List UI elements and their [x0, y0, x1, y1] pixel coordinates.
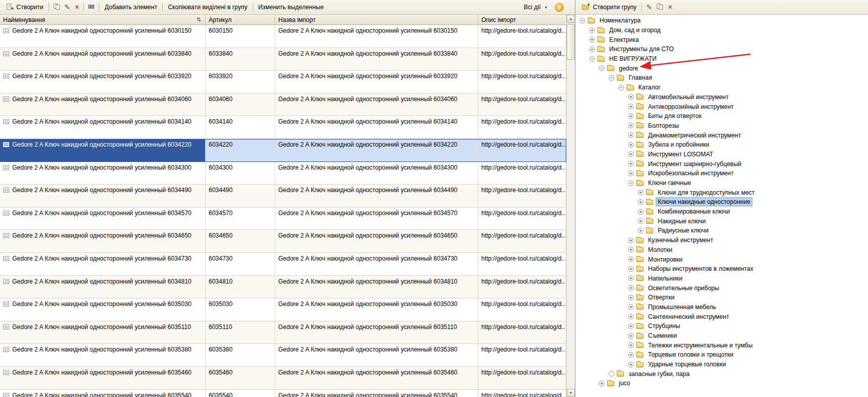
- cell-article[interactable]: 6034220: [206, 139, 275, 162]
- cell-import-name[interactable]: Gedore 2 A Ключ накидной односторонний у…: [275, 367, 478, 390]
- cell-import-name[interactable]: Gedore 2 A Ключ накидной односторонний у…: [275, 71, 478, 94]
- tree-node-label[interactable]: Ключи для труднодоступных мест: [656, 189, 756, 197]
- tree-node[interactable]: +Комбинированные ключи: [575, 207, 868, 217]
- tree-node-label[interactable]: Номенклатура: [598, 16, 642, 25]
- tree-node-label[interactable]: Комбинированные ключи: [656, 207, 731, 216]
- expand-icon[interactable]: +: [589, 46, 595, 52]
- cell-import-desc[interactable]: http://gedore-tool.ru/catalog/d...: [478, 253, 566, 276]
- cell-name[interactable]: Gedore 2 A Ключ накидной односторонний у…: [0, 25, 206, 48]
- tree-node-label[interactable]: Главная: [627, 74, 654, 82]
- bars-button[interactable]: [86, 2, 97, 13]
- tree-node-label[interactable]: Сантехнический инструмент: [647, 313, 730, 321]
- expand-icon[interactable]: +: [599, 381, 605, 386]
- add-element-button[interactable]: Добавить элемент: [101, 2, 160, 12]
- tree-node-label[interactable]: Молотки: [647, 246, 674, 254]
- edit-selected-button[interactable]: Изменить выделенные: [255, 2, 327, 12]
- cell-article[interactable]: 6035030: [206, 298, 275, 321]
- expand-icon[interactable]: +: [628, 113, 634, 119]
- tree-node[interactable]: −Главная: [575, 73, 868, 83]
- table-row[interactable]: Gedore 2 A Ключ накидной односторонний у…: [0, 116, 566, 139]
- table-row[interactable]: Gedore 2 A Ключ накидной односторонний у…: [0, 276, 566, 299]
- cell-article[interactable]: 6033920: [206, 71, 275, 94]
- cell-name[interactable]: Gedore 2 A Ключ накидной односторонний у…: [0, 276, 206, 299]
- cell-import-desc[interactable]: http://gedore-tool.ru/catalog/d...: [478, 71, 566, 94]
- cell-import-desc[interactable]: http://gedore-tool.ru/catalog/d...: [478, 94, 566, 116]
- copy-group-button[interactable]: [654, 2, 665, 13]
- cell-name[interactable]: Gedore 2 A Ключ накидной односторонний у…: [0, 344, 206, 367]
- create-button[interactable]: Створити: [3, 2, 47, 13]
- expand-icon[interactable]: +: [628, 352, 634, 358]
- table-row[interactable]: Gedore 2 A Ключ накидной односторонний у…: [0, 230, 566, 253]
- expand-icon[interactable]: +: [628, 333, 634, 339]
- tree-node-label[interactable]: Инструмент LOSOMAT: [647, 150, 715, 158]
- tree-node-label[interactable]: Биты для отверток: [647, 112, 703, 120]
- expand-icon[interactable]: +: [628, 132, 634, 138]
- cell-import-desc[interactable]: http://gedore-tool.ru/catalog/d...: [478, 276, 566, 299]
- cell-name[interactable]: Gedore 2 A Ключ накидной односторонний у…: [0, 48, 206, 71]
- expand-icon[interactable]: +: [638, 218, 643, 224]
- cell-article[interactable]: 6030150: [206, 25, 275, 48]
- cell-article[interactable]: 6033840: [206, 48, 275, 71]
- tree-node[interactable]: +Динамометрический инструмент: [575, 130, 868, 140]
- cell-article[interactable]: 6035110: [206, 321, 275, 344]
- tree-node-label[interactable]: Зубила и пробойники: [647, 141, 710, 149]
- tree-node[interactable]: +Молотки: [575, 245, 868, 255]
- expand-icon[interactable]: +: [628, 314, 634, 319]
- tree-node[interactable]: +juco: [575, 379, 868, 388]
- table-row[interactable]: Gedore 2 A Ключ накидной односторонний у…: [0, 207, 566, 230]
- expand-icon[interactable]: +: [589, 28, 595, 33]
- expand-icon[interactable]: +: [628, 323, 634, 329]
- cell-name[interactable]: Gedore 2 A Ключ накидной односторонний у…: [0, 367, 206, 390]
- cell-import-desc[interactable]: http://gedore-tool.ru/catalog/d...: [478, 390, 566, 397]
- all-actions-button[interactable]: Всі дії ▼: [521, 2, 551, 12]
- delete-button[interactable]: ✕: [72, 3, 81, 12]
- cell-import-desc[interactable]: http://gedore-tool.ru/catalog/d...: [478, 344, 566, 367]
- tree-node-label[interactable]: Тележки инструментальные и тумбы: [647, 341, 754, 349]
- cell-import-name[interactable]: Gedore 2 A Ключ накидной односторонний у…: [275, 25, 478, 48]
- expand-icon[interactable]: +: [638, 228, 643, 233]
- table-row[interactable]: Gedore 2 A Ключ накидной односторонний у…: [0, 367, 566, 390]
- column-header-name[interactable]: Найменування ⇅: [0, 15, 206, 25]
- cell-article[interactable]: 6034650: [206, 230, 275, 253]
- cell-import-name[interactable]: Gedore 2 A Ключ накидной односторонний у…: [275, 344, 478, 367]
- tree-node-label[interactable]: Ключи гаечные: [647, 179, 693, 187]
- tree-node-label[interactable]: Отвертки: [647, 293, 676, 301]
- cell-article[interactable]: 6034810: [206, 276, 275, 299]
- collapse-icon[interactable]: −: [580, 18, 585, 24]
- table-row[interactable]: Gedore 2 A Ключ накидной односторонний у…: [0, 94, 566, 116]
- table-row[interactable]: Gedore 2 A Ключ накидной односторонний у…: [0, 48, 566, 71]
- cell-name[interactable]: Gedore 2 A Ключ накидной односторонний у…: [0, 207, 206, 230]
- tree-node[interactable]: +Промышленная мебель: [575, 302, 868, 312]
- expand-icon[interactable]: +: [628, 142, 634, 148]
- tree-node[interactable]: +Монтировки: [575, 254, 868, 264]
- tree-node-label[interactable]: Накидные ключи: [656, 217, 707, 225]
- cell-import-name[interactable]: Gedore 2 A Ключ накидной односторонний у…: [275, 253, 478, 276]
- table-row[interactable]: Gedore 2 A Ключ накидной односторонний у…: [0, 162, 566, 185]
- cell-name[interactable]: Gedore 2 A Ключ накидной односторонний у…: [0, 298, 206, 321]
- expand-icon[interactable]: +: [628, 94, 634, 100]
- tree-node-label[interactable]: Болторезы: [647, 122, 681, 130]
- tree-node-label[interactable]: Дом, сад и огород: [608, 26, 662, 34]
- cell-article[interactable]: 6034490: [206, 184, 275, 207]
- cell-import-desc[interactable]: http://gedore-tool.ru/catalog/d...: [478, 298, 566, 321]
- tree-node-label[interactable]: Торцевые головки и трещотки: [647, 351, 735, 359]
- tree-node[interactable]: +Наборы инструментов в ложементах: [575, 264, 868, 274]
- cell-article[interactable]: 6034570: [206, 207, 275, 230]
- expand-icon[interactable]: +: [628, 256, 634, 262]
- cell-import-desc[interactable]: http://gedore-tool.ru/catalog/d...: [478, 139, 566, 162]
- expand-icon[interactable]: +: [638, 199, 643, 205]
- expand-icon[interactable]: +: [628, 285, 634, 291]
- expand-icon[interactable]: +: [589, 37, 595, 42]
- expand-icon[interactable]: +: [628, 275, 634, 281]
- tree-node[interactable]: +Напильники: [575, 274, 868, 284]
- tree-node-label[interactable]: gedore: [617, 64, 639, 73]
- tree-node-label[interactable]: Антикоррозийный инструмент: [647, 103, 735, 111]
- edit-group-button[interactable]: ✎: [644, 3, 654, 12]
- cell-name[interactable]: Gedore 2 A Ключ накидной односторонний у…: [0, 94, 206, 116]
- expand-icon[interactable]: +: [638, 209, 643, 215]
- tree-node-label[interactable]: Динамометрический инструмент: [647, 131, 743, 139]
- cell-import-name[interactable]: Gedore 2 A Ключ накидной односторонний у…: [275, 321, 478, 344]
- tree-node-label[interactable]: Инструмент шарнирно-губцевый: [647, 160, 743, 168]
- tree-node-label[interactable]: Напильники: [647, 274, 684, 283]
- expand-icon[interactable]: +: [628, 295, 634, 300]
